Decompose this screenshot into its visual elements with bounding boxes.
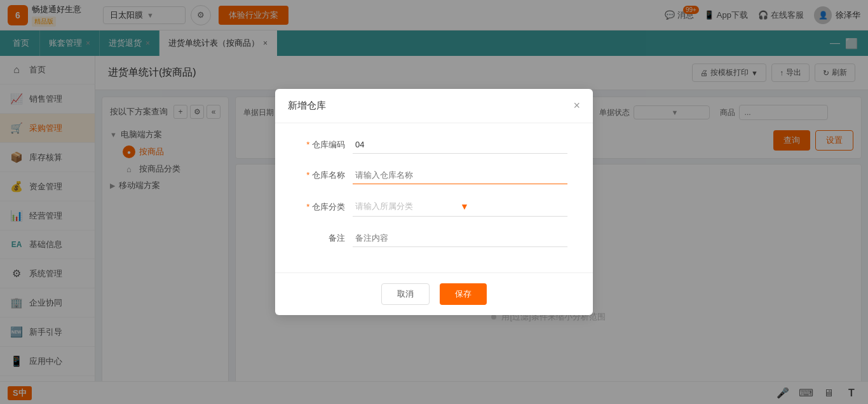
form-row-code: 仓库编码 [301, 136, 567, 154]
form-row-category: 仓库分类 请输入所属分类 ▼ [301, 197, 567, 217]
code-label: 仓库编码 [301, 139, 345, 151]
category-label: 仓库分类 [301, 201, 345, 213]
name-label: 仓库名称 [301, 170, 345, 181]
category-select-arrow: ▼ [460, 201, 565, 212]
modal-body: 仓库编码 仓库名称 仓库分类 请输入所属分类 ▼ 备注 [275, 123, 593, 273]
modal-footer: 取消 保存 [275, 273, 593, 315]
modal-overlay: 新增仓库 × 仓库编码 仓库名称 仓库分类 请输入所属分类 ▼ [0, 0, 868, 404]
modal-title: 新增仓库 [288, 100, 326, 112]
cancel-button[interactable]: 取消 [381, 283, 430, 305]
form-row-remark: 备注 [301, 229, 567, 247]
remark-input[interactable] [353, 229, 567, 247]
name-input[interactable] [353, 166, 567, 184]
modal-close-button[interactable]: × [573, 99, 580, 112]
modal-header: 新增仓库 × [275, 89, 593, 123]
save-button[interactable]: 保存 [440, 283, 487, 305]
form-row-name: 仓库名称 [301, 166, 567, 184]
add-warehouse-modal: 新增仓库 × 仓库编码 仓库名称 仓库分类 请输入所属分类 ▼ [275, 89, 593, 315]
remark-label: 备注 [301, 232, 345, 244]
code-input[interactable] [353, 136, 567, 154]
category-select[interactable]: 请输入所属分类 ▼ [353, 197, 567, 217]
